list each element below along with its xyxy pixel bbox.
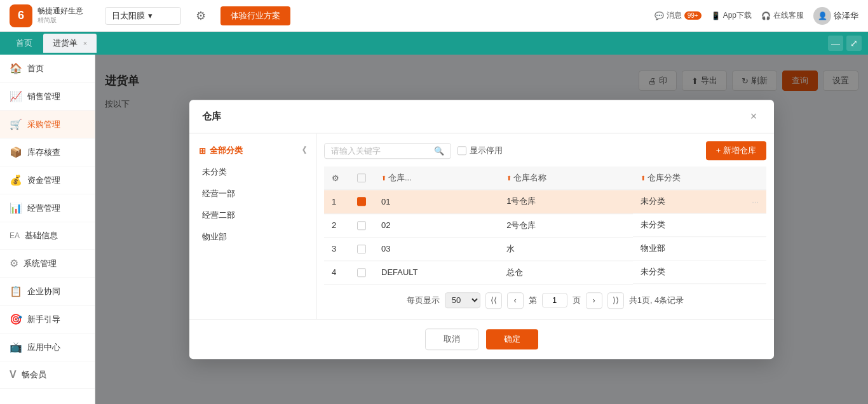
cat-item-property[interactable]: 物业部	[189, 226, 316, 248]
th-category: ⬆ 仓库分类	[633, 166, 766, 190]
sales-icon: 📈	[10, 90, 22, 102]
show-disabled-checkbox-wrap[interactable]: 显示停用	[458, 145, 503, 156]
message-icon: 💬	[654, 11, 664, 20]
th-settings: ⚙	[324, 166, 349, 190]
table-row[interactable]: 1 01 1号仓库 未分类 ···	[324, 190, 766, 214]
apps-icon: 📺	[10, 341, 22, 353]
avatar: 👤	[813, 7, 831, 25]
sidebar-item-purchase[interactable]: 🛒 采购管理	[0, 111, 95, 138]
sidebar-item-basic-info[interactable]: EA 基础信息	[0, 222, 95, 250]
page-last-btn[interactable]: ⟩⟩	[607, 292, 624, 309]
warehouse-table: ⚙ ⬆ 仓库...	[324, 166, 766, 285]
row-name: 总仓	[499, 260, 632, 284]
row-checkbox[interactable]	[357, 198, 366, 206]
row-code: 02	[374, 213, 499, 237]
category-collapse-button[interactable]: 《	[298, 145, 306, 156]
page-prev-btn[interactable]: ‹	[507, 292, 524, 309]
sidebar-item-guide[interactable]: 🎯 新手引导	[0, 306, 95, 333]
row-checkbox[interactable]	[357, 221, 366, 230]
category-header[interactable]: ⊞ 全部分类 《	[189, 140, 316, 161]
online-service-area[interactable]: 🎧 在线客服	[761, 10, 804, 21]
message-badge: 99+	[684, 11, 702, 20]
show-disabled-checkbox[interactable]	[458, 146, 466, 155]
message-label: 消息	[667, 10, 682, 21]
sidebar-item-vip[interactable]: V 畅会员	[0, 361, 95, 389]
sidebar-item-enterprise[interactable]: 📋 企业协同	[0, 278, 95, 306]
enterprise-icon: 📋	[10, 285, 22, 297]
sidebar-item-purchase-label: 采购管理	[27, 119, 60, 130]
system-icon: ⚙	[10, 257, 18, 269]
th-code-sort-icon: ⬆	[381, 175, 386, 182]
row-code: 03	[374, 237, 499, 260]
headphone-icon: 🎧	[761, 11, 771, 20]
sidebar-item-system-label: 系统管理	[24, 258, 57, 269]
nav-tab-home-label: 首页	[16, 38, 32, 48]
page-size-select[interactable]: 50 10 20 100	[445, 292, 480, 308]
guide-icon: 🎯	[10, 313, 22, 325]
row-name: 水	[499, 237, 632, 260]
user-area[interactable]: 👤 徐泽华	[813, 7, 858, 25]
row-checkbox-cell	[349, 190, 374, 214]
modal-body: ⊞ 全部分类 《 未分类 经营一部 经营二部 物业部	[189, 133, 774, 319]
sidebar-item-finance[interactable]: 💰 资金管理	[0, 166, 95, 194]
sidebar-item-sales[interactable]: 📈 销售管理	[0, 83, 95, 111]
row-num: 3	[324, 237, 349, 260]
table-area: 🔍 显示停用 + 新增仓库 ⚙	[316, 133, 774, 319]
cat-item-operations-1[interactable]: 经营一部	[189, 183, 316, 205]
modal-header: 仓库 ×	[189, 100, 774, 133]
sidebar-item-system[interactable]: ⚙ 系统管理	[0, 250, 95, 278]
page-number-input[interactable]	[542, 293, 567, 307]
cancel-button[interactable]: 取消	[425, 328, 478, 350]
vip-icon: V	[10, 369, 17, 380]
cat-item-unclassified[interactable]: 未分类	[189, 161, 316, 183]
trial-button[interactable]: 体验行业方案	[220, 6, 290, 25]
header-checkbox[interactable]	[357, 173, 366, 182]
header-settings-icon[interactable]: ⚙	[191, 6, 211, 26]
store-selector[interactable]: 日太阳膜 ▾	[105, 7, 181, 25]
search-icon[interactable]: 🔍	[434, 146, 444, 156]
row-category: 未分类 ···	[633, 190, 766, 213]
sidebar-item-inventory[interactable]: 📦 库存核查	[0, 138, 95, 166]
row-actions-icon[interactable]: ···	[752, 197, 759, 206]
modal-close-button[interactable]: ×	[746, 109, 761, 124]
sidebar-item-apps[interactable]: 📺 应用中心	[0, 333, 95, 361]
row-name: 1号仓库	[499, 190, 632, 214]
dropdown-arrow-icon: ▾	[148, 11, 153, 20]
table-row[interactable]: 4 DEFAULT 总仓 未分类	[324, 260, 766, 284]
table-toolbar: 🔍 显示停用 + 新增仓库	[324, 141, 766, 160]
logo-area: 6 畅捷通好生意 精简版	[10, 4, 105, 27]
nav-tab-close-icon[interactable]: ×	[83, 39, 87, 47]
table-row[interactable]: 3 03 水 物业部	[324, 237, 766, 260]
search-input-wrap: 🔍	[324, 143, 451, 159]
sidebar-item-inventory-label: 库存核查	[27, 147, 60, 158]
message-area[interactable]: 💬 消息 99+	[654, 10, 702, 21]
page-first-btn[interactable]: ⟨⟨	[485, 292, 502, 309]
page-label: 第	[529, 295, 537, 306]
app-download-area[interactable]: 📱 App下载	[711, 10, 752, 21]
page-total: 共1页, 4条记录	[629, 295, 684, 306]
new-warehouse-button[interactable]: + 新增仓库	[706, 141, 766, 160]
modal-title: 仓库	[202, 111, 221, 123]
username: 徐泽华	[834, 10, 858, 22]
app-download-label: App下载	[723, 10, 752, 21]
page-next-btn[interactable]: ›	[586, 292, 602, 309]
nav-tab-purchase[interactable]: 进货单 ×	[43, 34, 97, 53]
nav-collapse-btn[interactable]: —	[828, 36, 843, 51]
sidebar-item-sales-label: 销售管理	[27, 91, 60, 102]
row-checkbox[interactable]	[357, 268, 366, 277]
sidebar-item-home[interactable]: 🏠 首页	[0, 55, 95, 83]
search-input[interactable]	[331, 146, 431, 156]
sidebar-item-operations[interactable]: 📊 经营管理	[0, 194, 95, 222]
header-right: 💬 消息 99+ 📱 App下载 🎧 在线客服 👤 徐泽华	[654, 7, 858, 25]
home-icon: 🏠	[10, 62, 22, 74]
finance-icon: 💰	[10, 174, 22, 186]
th-check	[349, 166, 374, 190]
confirm-button[interactable]: 确定	[486, 329, 538, 349]
row-category: 未分类	[633, 213, 766, 237]
table-row[interactable]: 2 02 2号仓库 未分类	[324, 213, 766, 237]
cat-item-operations-2[interactable]: 经营二部	[189, 205, 316, 226]
row-checkbox[interactable]	[357, 245, 366, 253]
nav-expand-btn[interactable]: ⤢	[846, 36, 862, 51]
nav-tab-home[interactable]: 首页	[6, 34, 42, 53]
sidebar-item-finance-label: 资金管理	[27, 175, 60, 186]
